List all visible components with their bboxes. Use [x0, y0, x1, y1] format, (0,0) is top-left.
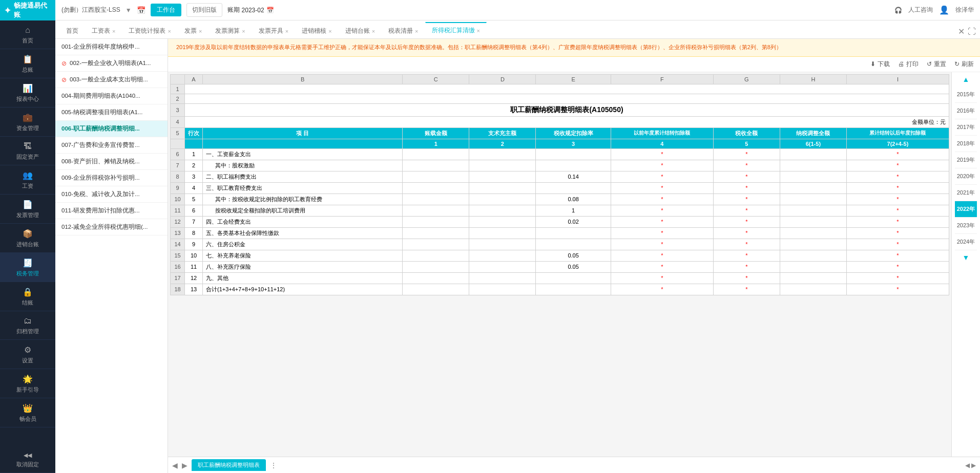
- cell-f-2[interactable]: *: [611, 171, 713, 182]
- forms-item-002[interactable]: ⊘002-一般企业收入明细表(A1...: [55, 55, 168, 72]
- cell-item-1[interactable]: 其中：股权激励: [203, 160, 403, 171]
- cell-f-0[interactable]: *: [611, 148, 713, 160]
- cell-c-3[interactable]: [403, 182, 469, 193]
- cell-item-11[interactable]: 九、其他: [203, 272, 403, 284]
- year-item-2024[interactable]: 2024年: [955, 234, 977, 250]
- sidebar-item-settings[interactable]: ⚙设置: [0, 340, 55, 369]
- tab-close-invoice[interactable]: ×: [199, 28, 202, 34]
- cell-item-7[interactable]: 五、各类基本社会保障性缴款: [203, 227, 403, 239]
- cell-d-6[interactable]: [469, 216, 536, 227]
- cell-i-3[interactable]: *: [846, 182, 949, 193]
- sidebar-item-cancel-fixed[interactable]: ◀◀ 取消固定: [0, 447, 55, 473]
- forms-item-008[interactable]: 008-资产折旧、摊销及纳税...: [55, 154, 168, 170]
- cell-item-2[interactable]: 二、职工福利费支出: [203, 171, 403, 182]
- forms-item-010[interactable]: 010-免税、减计收入及加计...: [55, 186, 168, 203]
- tab-income_tax[interactable]: 所得税汇算清缴×: [425, 22, 487, 39]
- workspace-button[interactable]: 工作台: [151, 4, 181, 16]
- cell-f-3[interactable]: *: [611, 182, 713, 193]
- table-container[interactable]: A B C D E F G H I 123职工薪酬纳税调整明细表: [168, 72, 951, 457]
- print-button[interactable]: 🖨 打印: [898, 60, 919, 69]
- cell-h-1[interactable]: [780, 160, 846, 171]
- cell-g-3[interactable]: *: [713, 182, 780, 193]
- tab-invoice_calc[interactable]: 发票测算×: [208, 23, 252, 38]
- cell-h-8[interactable]: [780, 239, 846, 250]
- cell-g-4[interactable]: *: [713, 193, 780, 205]
- cell-f-7[interactable]: *: [611, 227, 713, 239]
- maximize-tab-button[interactable]: ⛶: [968, 27, 976, 36]
- forms-item-007[interactable]: 007-广告费和业务宣传费暂...: [55, 137, 168, 154]
- sidebar-item-assets_mgmt[interactable]: 💼资金管理: [0, 107, 55, 137]
- cell-e-1[interactable]: [536, 160, 611, 171]
- forms-item-011[interactable]: 011-研发费用加计扣除优惠...: [55, 203, 168, 219]
- cell-c-8[interactable]: [403, 239, 469, 250]
- year-item-2020[interactable]: 2020年: [955, 168, 977, 185]
- cell-h-4[interactable]: [780, 193, 846, 205]
- download-button[interactable]: ⬇ 下载: [870, 60, 890, 69]
- cell-d-10[interactable]: [469, 261, 536, 272]
- tab-close-purchase[interactable]: ×: [328, 28, 331, 34]
- cell-g-2[interactable]: *: [713, 171, 780, 182]
- year-item-2018[interactable]: 2018年: [955, 136, 977, 152]
- cell-seq-12[interactable]: 13: [185, 284, 203, 295]
- cell-c-10[interactable]: [403, 261, 469, 272]
- forms-item-001[interactable]: 001-企业所得税年度纳税申...: [55, 39, 168, 55]
- cell-i-1[interactable]: *: [846, 160, 949, 171]
- cell-seq-9[interactable]: 10: [185, 250, 203, 261]
- cell-g-9[interactable]: *: [713, 250, 780, 261]
- cell-item-6[interactable]: 四、工会经费支出: [203, 216, 403, 227]
- tab-close-tax_clear[interactable]: ×: [415, 28, 418, 34]
- cell-h-10[interactable]: [780, 261, 846, 272]
- tab-home[interactable]: 首页: [59, 23, 85, 38]
- cell-seq-5[interactable]: 6: [185, 205, 203, 216]
- cell-c-2[interactable]: [403, 171, 469, 182]
- cell-c-1[interactable]: [403, 160, 469, 171]
- cell-c-11[interactable]: [403, 272, 469, 284]
- tab-invoice_open[interactable]: 发票开具×: [252, 23, 295, 38]
- tab-invoice[interactable]: 发票×: [178, 23, 208, 38]
- switch-version-button[interactable]: 切到旧版: [186, 3, 222, 17]
- cell-c-5[interactable]: [403, 205, 469, 216]
- year-item-2015[interactable]: 2015年: [955, 87, 977, 103]
- cell-c-9[interactable]: [403, 250, 469, 261]
- sheet-nav-left[interactable]: ◀: [172, 461, 178, 469]
- tab-purchase[interactable]: 进销稽核×: [295, 23, 338, 38]
- cell-i-8[interactable]: *: [846, 239, 949, 250]
- cell-d-11[interactable]: [469, 272, 536, 284]
- year-item-2019[interactable]: 2019年: [955, 152, 977, 168]
- cell-i-0[interactable]: *: [846, 148, 949, 160]
- cell-h-12[interactable]: [780, 284, 846, 295]
- cell-seq-7[interactable]: 8: [185, 227, 203, 239]
- forms-item-003[interactable]: ⊘003-一般企业成本支出明细...: [55, 72, 168, 88]
- cell-g-11[interactable]: *: [713, 272, 780, 284]
- close-tab-button[interactable]: ✕: [958, 27, 965, 36]
- cell-item-10[interactable]: 八、补充医疗保险: [203, 261, 403, 272]
- sidebar-item-report[interactable]: 📊报表中心: [0, 78, 55, 107]
- cell-seq-0[interactable]: 1: [185, 148, 203, 160]
- cell-c-6[interactable]: [403, 216, 469, 227]
- cell-h-5[interactable]: [780, 205, 846, 216]
- cell-c-4[interactable]: [403, 193, 469, 205]
- sidebar-item-member[interactable]: 👑畅会员: [0, 398, 55, 427]
- sidebar-item-guide[interactable]: 🌟新手引导: [0, 369, 55, 398]
- cell-item-9[interactable]: 七、补充养老保险: [203, 250, 403, 261]
- sheet-nav-right[interactable]: ▶: [182, 461, 187, 469]
- cell-h-9[interactable]: [780, 250, 846, 261]
- cell-e-11[interactable]: [536, 272, 611, 284]
- forms-item-006[interactable]: 006-职工薪酬纳税调整明细...: [55, 121, 168, 137]
- cell-f-1[interactable]: *: [611, 160, 713, 171]
- cell-e-4[interactable]: 0.08: [536, 193, 611, 205]
- cell-item-12[interactable]: 合计(1+3+4+7+8+9+10+11+12): [203, 284, 403, 295]
- sidebar-item-home[interactable]: ⌂首页: [0, 20, 55, 49]
- cell-h-3[interactable]: [780, 182, 846, 193]
- cell-e-6[interactable]: 0.02: [536, 216, 611, 227]
- cell-d-5[interactable]: [469, 205, 536, 216]
- cell-d-3[interactable]: [469, 182, 536, 193]
- cell-g-1[interactable]: *: [713, 160, 780, 171]
- cell-d-0[interactable]: [469, 148, 536, 160]
- cell-i-2[interactable]: *: [846, 171, 949, 182]
- calendar-icon[interactable]: 📅: [137, 6, 145, 14]
- cell-i-10[interactable]: *: [846, 261, 949, 272]
- cell-seq-10[interactable]: 11: [185, 261, 203, 272]
- cell-e-8[interactable]: [536, 239, 611, 250]
- tab-close-salary_stat[interactable]: ×: [168, 28, 171, 34]
